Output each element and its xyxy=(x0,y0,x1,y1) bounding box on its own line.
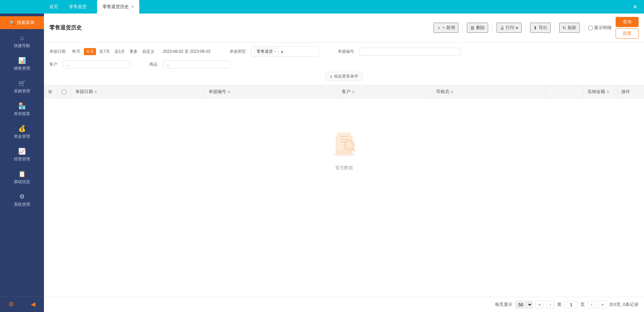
sidebar-item-sales-label: 销售管理 xyxy=(14,66,30,71)
divider-3 xyxy=(526,25,526,30)
sort-amount[interactable]: 实销金额 xyxy=(588,89,613,95)
date-opt-more[interactable]: 更多 xyxy=(128,48,139,55)
th-customer[interactable]: 客户 xyxy=(338,85,432,98)
type-tag-close[interactable]: × xyxy=(274,50,276,53)
date-opt-custom[interactable]: 自定义 xyxy=(141,48,156,55)
sidebar-search-label: 搜索菜单 xyxy=(17,20,34,26)
date-opt-yesterday[interactable]: 昨天 xyxy=(71,48,82,55)
sidebar-item-quick-nav-label: 快捷导航 xyxy=(14,43,30,49)
new-button[interactable]: ＋ + 新增 xyxy=(433,23,458,33)
print-label: 打印 xyxy=(506,25,515,31)
sidebar-item-sales-mgmt[interactable]: 📊 销售管理 xyxy=(0,53,44,75)
print-icon: 🖨 xyxy=(500,25,504,30)
show-detail-checkbox-label[interactable]: 显示明细 xyxy=(588,25,612,31)
collapse-filter-button[interactable]: ∧ 收起更多条件 xyxy=(325,72,363,81)
filter-area: 单据日期 昨天 今天 近7天 近1月 更多 自定义 2023-06-02 至 2… xyxy=(44,42,644,85)
sidebar-item-sys-mgmt[interactable]: ⚙ 系统管理 xyxy=(0,189,44,211)
collapse-sidebar-icon[interactable]: ◀ xyxy=(31,300,35,308)
date-opt-1month[interactable]: 近1月 xyxy=(113,48,126,55)
select-all-checkbox[interactable] xyxy=(62,90,66,94)
header-actions: ＋ + 新增 🗑 删除 🖨 打印 ▾ ⬆ 导出 xyxy=(433,17,639,39)
type-dropdown-icon[interactable]: ∨ xyxy=(281,49,284,54)
tab-retail-return[interactable]: 零售退货 × xyxy=(64,0,97,14)
date-options: 昨天 今天 近7天 近1月 更多 自定义 xyxy=(71,48,156,55)
tab-home[interactable]: 首页 xyxy=(44,0,64,14)
query-button[interactable]: 查询 xyxy=(616,17,639,27)
th-guide[interactable]: 导购员 xyxy=(432,85,546,98)
page-unit-label: 页 xyxy=(580,302,585,308)
date-filter-label: 单据日期 xyxy=(49,49,66,54)
settings-bottom-icon[interactable]: ⚙ xyxy=(8,300,14,308)
new-icon: ＋ xyxy=(437,25,441,31)
export-button[interactable]: ⬆ 导出 xyxy=(530,23,551,33)
gear-icon[interactable]: ⚙ xyxy=(48,89,52,94)
sidebar-search[interactable]: 🔍 搜索菜单 xyxy=(0,16,44,29)
window-close-icon[interactable]: ✕ xyxy=(633,4,637,10)
sidebar: 🔍 搜索菜单 ⌂ 快捷导航 📊 销售管理 🛒 采购管理 🏪 库存核算 💰 资金管… xyxy=(0,14,44,312)
empty-state: 暂无数据 xyxy=(44,98,644,198)
refresh-label: 刷新 xyxy=(568,25,576,31)
type-filter-label: 单据类型 xyxy=(230,49,246,54)
refresh-button[interactable]: ↻ 刷新 xyxy=(559,23,580,33)
page-input[interactable] xyxy=(564,301,578,308)
table-area: ⚙ 单据日期 xyxy=(44,85,644,297)
goods-input[interactable] xyxy=(163,60,231,68)
first-page-button[interactable]: « xyxy=(535,300,544,309)
type-filter-select[interactable]: 零售退货 × ∨ xyxy=(251,46,319,57)
total-label: 共0页, 0条记录 xyxy=(609,302,639,308)
tab-retail-return-label: 零售退货 xyxy=(69,4,87,10)
next-page-button[interactable]: › xyxy=(588,300,596,309)
date-opt-7days[interactable]: 近7天 xyxy=(98,48,111,55)
delete-button[interactable]: 🗑 删除 xyxy=(467,23,488,33)
th-amount[interactable]: 实销金额 xyxy=(583,85,617,98)
sys-icon: ⚙ xyxy=(19,193,25,200)
sidebar-item-finance[interactable]: 💰 资金管理 xyxy=(0,121,44,143)
page-title: 零售退货历史 xyxy=(49,24,82,31)
tab-retail-return-history[interactable]: 零售退货历史 × xyxy=(97,0,139,14)
purchase-icon: 🛒 xyxy=(18,80,26,87)
per-page-select[interactable]: 50 20 100 xyxy=(515,301,533,309)
sidebar-item-finance-label: 资金管理 xyxy=(14,134,30,139)
last-page-button[interactable]: » xyxy=(598,300,606,309)
sort-date[interactable]: 单据日期 xyxy=(75,89,200,95)
filter-row-2: 客户 商品 xyxy=(49,60,639,68)
refresh-icon: ↻ xyxy=(563,25,566,30)
sidebar-item-sys-label: 系统管理 xyxy=(14,202,30,207)
sort-bill-no[interactable]: 单据编号 xyxy=(209,89,333,95)
home-icon: ⌂ xyxy=(20,35,24,42)
setting-button[interactable]: 设置 xyxy=(616,28,639,39)
date-opt-today[interactable]: 今天 xyxy=(84,48,96,55)
sidebar-bottom: ⚙ ◀ xyxy=(0,296,44,312)
divider-4 xyxy=(555,25,555,30)
sidebar-item-quick-nav[interactable]: ⌂ 快捷导航 xyxy=(0,30,44,53)
page-header: 零售退货历史 ＋ + 新增 🗑 删除 🖨 打印 ▾ xyxy=(44,14,644,42)
tab-retail-return-history-close[interactable]: × xyxy=(132,4,134,9)
customer-input[interactable] xyxy=(63,60,130,68)
per-page-label: 每页显示 xyxy=(495,302,512,308)
date-range-display: 2023-06-02 至 2023-06-02 xyxy=(163,49,210,54)
th-actions: 操作 xyxy=(617,85,644,98)
tab-bar: 首页 零售退货 × 零售退货历史 × ✕ xyxy=(0,0,644,14)
show-detail-checkbox[interactable] xyxy=(588,26,593,30)
sidebar-item-ops-mgmt[interactable]: 📈 经营管理 xyxy=(0,143,44,166)
show-detail-label: 显示明细 xyxy=(594,25,612,31)
th-spacer xyxy=(546,85,583,98)
customer-filter-label: 客户 xyxy=(49,62,57,67)
new-label: + 新增 xyxy=(443,25,455,31)
divider-2 xyxy=(492,25,493,30)
svg-line-8 xyxy=(353,149,355,151)
sidebar-item-basic-info[interactable]: 📋 基础信息 xyxy=(0,166,44,189)
bill-no-input[interactable] xyxy=(359,48,461,56)
sidebar-item-purchase-mgmt[interactable]: 🛒 采购管理 xyxy=(0,75,44,98)
prev-page-button[interactable]: ‹ xyxy=(546,300,554,309)
sort-guide[interactable]: 导购员 xyxy=(436,89,542,95)
th-bill-no[interactable]: 单据编号 xyxy=(204,85,337,98)
sort-customer[interactable]: 客户 xyxy=(342,89,428,95)
bill-no-label: 单据编号 xyxy=(338,49,354,54)
data-table: ⚙ 单据日期 xyxy=(44,85,644,98)
tab-retail-return-close[interactable]: × xyxy=(89,4,92,9)
th-date[interactable]: 单据日期 xyxy=(71,85,204,98)
print-button[interactable]: 🖨 打印 ▾ xyxy=(497,23,522,33)
sidebar-item-inventory[interactable]: 🏪 库存核算 xyxy=(0,98,44,121)
sidebar-item-ops-label: 经营管理 xyxy=(14,156,30,162)
